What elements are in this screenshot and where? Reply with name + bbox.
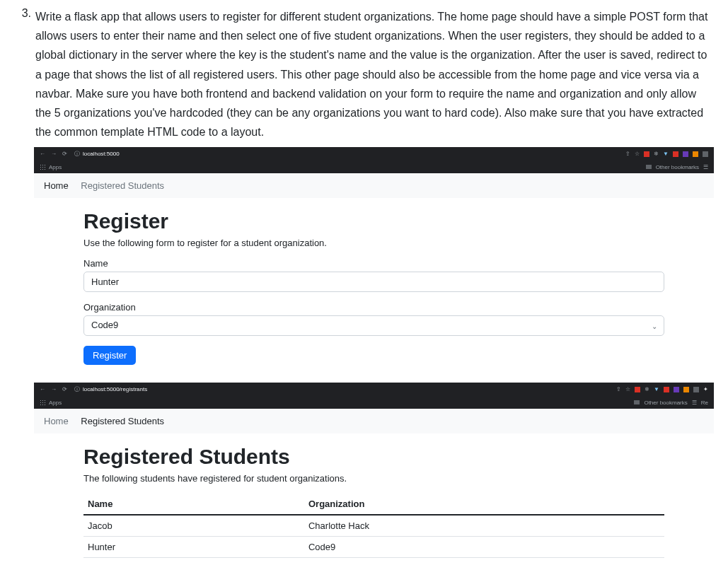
name-input[interactable] bbox=[83, 272, 664, 292]
extension-icon[interactable] bbox=[674, 387, 679, 392]
reading-list-icon[interactable]: ☰ bbox=[692, 400, 697, 406]
apps-label[interactable]: Apps bbox=[49, 400, 62, 406]
organization-label: Organization bbox=[83, 302, 664, 313]
students-table: Name Organization JacobCharlotte HackHun… bbox=[83, 494, 664, 558]
question-number: 3. bbox=[14, 7, 31, 141]
table-row: JacobCharlotte Hack bbox=[83, 515, 664, 537]
extension-icon[interactable]: ❄ bbox=[645, 386, 649, 392]
cell-org: Code9 bbox=[304, 537, 664, 558]
cell-org: Charlotte Hack bbox=[304, 515, 664, 537]
app-navbar: Home Registered Students bbox=[34, 173, 714, 198]
browser-bookmarks-bar: Apps Other bookmarks ☰ bbox=[34, 161, 714, 173]
page-lead: The following students have registered f… bbox=[83, 473, 664, 484]
extension-icon[interactable]: ▼ bbox=[654, 386, 659, 392]
browser-bookmarks-bar: Apps Other bookmarks ☰ Re bbox=[34, 396, 714, 409]
folder-icon[interactable] bbox=[646, 165, 652, 169]
register-button[interactable]: Register bbox=[83, 346, 136, 365]
extension-icon[interactable]: ❄ bbox=[654, 151, 659, 157]
extension-icon[interactable] bbox=[683, 151, 688, 157]
cell-name: Hunter bbox=[83, 537, 304, 558]
reload-icon[interactable]: ⟳ bbox=[62, 151, 67, 157]
apps-label[interactable]: Apps bbox=[49, 164, 62, 170]
browser-address-bar: ← → ⟳ ⓘlocalhost:5000/registrants ⇪ ☆ ❄ … bbox=[34, 383, 714, 396]
apps-icon[interactable] bbox=[40, 164, 45, 170]
nav-home[interactable]: Home bbox=[44, 180, 69, 191]
page-heading: Registered Students bbox=[83, 445, 664, 469]
nav-home[interactable]: Home bbox=[44, 416, 69, 426]
back-icon[interactable]: ← bbox=[40, 386, 45, 392]
screenshot-register: ← → ⟳ ⓘlocalhost:5000 ⇪ ☆ ❄ ▼ bbox=[34, 147, 714, 378]
nav-registered[interactable]: Registered Students bbox=[81, 180, 164, 191]
reload-icon[interactable]: ⟳ bbox=[62, 386, 67, 392]
page-lead: Use the following form to register for a… bbox=[83, 238, 664, 248]
share-icon[interactable]: ⇪ bbox=[625, 151, 630, 157]
reading-list-icon[interactable]: ☰ bbox=[703, 164, 708, 170]
extension-icon[interactable] bbox=[635, 387, 640, 392]
folder-icon[interactable] bbox=[634, 400, 640, 404]
address-url[interactable]: ⓘlocalhost:5000/registrants bbox=[74, 385, 147, 393]
name-label: Name bbox=[83, 258, 664, 269]
back-icon[interactable]: ← bbox=[40, 151, 45, 157]
share-icon[interactable]: ⇪ bbox=[616, 386, 621, 392]
extension-icon[interactable]: ▼ bbox=[663, 151, 669, 157]
col-org: Organization bbox=[304, 494, 664, 515]
star-icon[interactable]: ☆ bbox=[625, 386, 630, 392]
question-text: Write a flask app that allows users to r… bbox=[35, 7, 714, 141]
forward-icon[interactable]: → bbox=[51, 386, 57, 392]
extension-icon[interactable] bbox=[673, 151, 678, 157]
browser-address-bar: ← → ⟳ ⓘlocalhost:5000 ⇪ ☆ ❄ ▼ bbox=[34, 147, 714, 161]
star-icon[interactable]: ☆ bbox=[635, 151, 640, 157]
registered-content: Registered Students The following studen… bbox=[34, 433, 714, 562]
extension-icon[interactable] bbox=[693, 387, 699, 392]
nav-registered[interactable]: Registered Students bbox=[81, 416, 164, 426]
cell-name: Jacob bbox=[83, 515, 304, 537]
site-info-icon[interactable]: ⓘ bbox=[74, 386, 80, 392]
address-url[interactable]: ⓘlocalhost:5000 bbox=[74, 150, 120, 158]
extension-icon[interactable] bbox=[644, 151, 649, 157]
extension-icon[interactable] bbox=[664, 387, 669, 392]
reading-list-label[interactable]: Re bbox=[701, 400, 708, 406]
screenshot-registered: ← → ⟳ ⓘlocalhost:5000/registrants ⇪ ☆ ❄ … bbox=[34, 383, 714, 563]
other-bookmarks[interactable]: Other bookmarks bbox=[656, 164, 699, 170]
extensions-icon[interactable]: ✦ bbox=[703, 386, 708, 392]
table-row: HunterCode9 bbox=[83, 537, 664, 558]
apps-icon[interactable] bbox=[40, 400, 45, 405]
extension-icon[interactable] bbox=[693, 151, 698, 157]
site-info-icon[interactable]: ⓘ bbox=[74, 151, 80, 157]
organization-select[interactable]: Code9 bbox=[83, 315, 664, 336]
register-content: Register Use the following form to regis… bbox=[34, 198, 714, 378]
forward-icon[interactable]: → bbox=[51, 151, 57, 157]
extension-icon[interactable] bbox=[683, 387, 689, 392]
page-heading: Register bbox=[83, 209, 664, 233]
other-bookmarks[interactable]: Other bookmarks bbox=[644, 400, 687, 406]
col-name: Name bbox=[83, 494, 304, 515]
app-navbar: Home Registered Students bbox=[34, 409, 714, 433]
extension-icon[interactable] bbox=[703, 151, 708, 157]
